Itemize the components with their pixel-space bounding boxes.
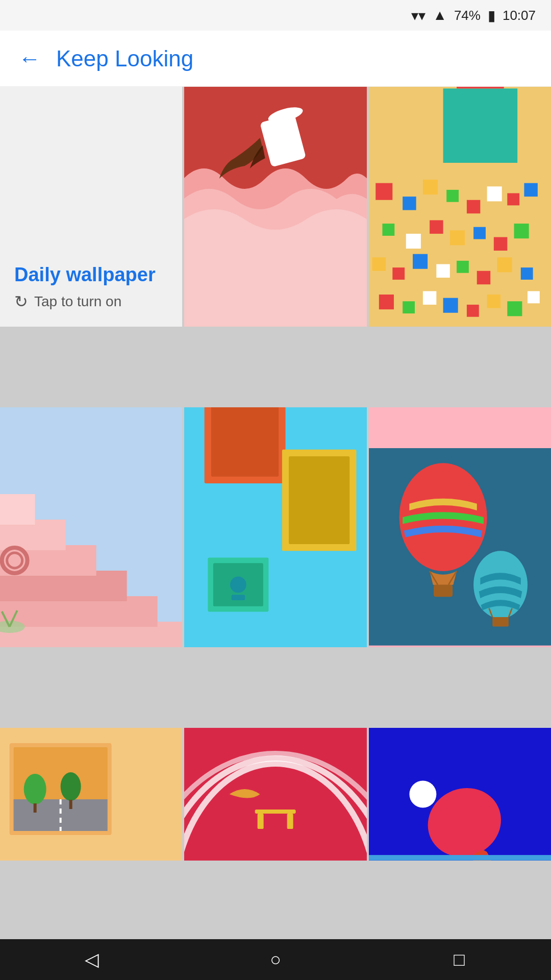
- svg-rect-28: [497, 257, 512, 272]
- svg-point-73: [473, 551, 528, 618]
- staircase-svg: [0, 407, 182, 647]
- ping-pong-svg: [369, 728, 551, 861]
- signal-icon: ▲: [433, 7, 447, 23]
- svg-rect-20: [494, 237, 507, 251]
- svg-rect-26: [457, 261, 469, 273]
- svg-rect-13: [507, 193, 519, 206]
- balloons-top-strip: [369, 407, 551, 448]
- svg-rect-27: [477, 271, 490, 284]
- svg-rect-65: [232, 595, 245, 600]
- daily-wallpaper-subtitle: ↻ Tap to turn on: [14, 292, 168, 311]
- svg-rect-5: [457, 87, 504, 88]
- svg-rect-23: [392, 267, 405, 280]
- svg-rect-34: [467, 305, 479, 317]
- svg-rect-24: [413, 254, 428, 269]
- recents-nav-button[interactable]: □: [439, 939, 480, 980]
- color-blocks-svg: [369, 87, 551, 327]
- daily-wallpaper-title: Daily wallpaper: [14, 264, 168, 286]
- svg-rect-51: [0, 494, 35, 525]
- svg-rect-92: [287, 814, 293, 829]
- battery-percent: 74%: [454, 8, 481, 23]
- svg-point-64: [230, 577, 246, 593]
- battery-icon: ▮: [488, 7, 495, 24]
- svg-rect-90: [255, 810, 296, 814]
- spilled-coffee-wallpaper[interactable]: [184, 87, 366, 327]
- svg-rect-16: [406, 234, 420, 249]
- svg-rect-21: [514, 224, 529, 238]
- frames-svg: [184, 407, 366, 647]
- svg-rect-22: [372, 257, 385, 271]
- svg-rect-4: [443, 88, 517, 163]
- svg-rect-17: [430, 220, 443, 233]
- svg-rect-97: [369, 855, 551, 861]
- spilled-coffee-svg: [184, 87, 366, 327]
- svg-rect-8: [403, 197, 416, 210]
- svg-point-96: [409, 781, 436, 808]
- svg-point-84: [61, 772, 81, 801]
- svg-rect-33: [443, 298, 458, 313]
- wallpaper-grid: Daily wallpaper ↻ Tap to turn on: [0, 87, 551, 939]
- svg-rect-35: [487, 295, 500, 308]
- svg-rect-12: [487, 186, 502, 201]
- svg-point-82: [24, 774, 46, 804]
- svg-rect-14: [524, 183, 537, 197]
- clock: 10:07: [503, 8, 536, 23]
- page-title: Keep Looking: [56, 46, 193, 71]
- wifi-icon: ▾▾: [411, 7, 425, 24]
- svg-rect-59: [211, 407, 279, 477]
- svg-rect-30: [379, 295, 394, 309]
- balloons-wallpaper[interactable]: [369, 407, 551, 647]
- svg-rect-18: [449, 230, 464, 245]
- svg-rect-85: [69, 800, 72, 809]
- svg-rect-70: [434, 584, 453, 597]
- svg-rect-10: [446, 190, 459, 202]
- svg-rect-19: [473, 227, 486, 239]
- daily-wallpaper-cell[interactable]: Daily wallpaper ↻ Tap to turn on: [0, 87, 182, 327]
- back-button[interactable]: ←: [18, 47, 41, 70]
- svg-rect-74: [492, 617, 509, 627]
- svg-rect-83: [34, 803, 37, 813]
- status-icons: ▾▾ ▲ 74% ▮ 10:07: [411, 7, 536, 24]
- ping-pong-wallpaper[interactable]: [369, 728, 551, 861]
- color-blocks-wallpaper[interactable]: [369, 87, 551, 327]
- refresh-icon: ↻: [14, 292, 28, 311]
- status-bar: ▾▾ ▲ 74% ▮ 10:07: [0, 0, 551, 31]
- nav-bar: ◁ ○ □: [0, 939, 551, 980]
- staircase-wallpaper[interactable]: [0, 407, 182, 647]
- svg-rect-68: [369, 646, 551, 647]
- umbrella-wallpaper[interactable]: [0, 728, 182, 861]
- svg-rect-61: [289, 456, 349, 544]
- track-svg: [184, 728, 366, 861]
- svg-rect-7: [375, 183, 392, 200]
- home-nav-button[interactable]: ○: [255, 939, 296, 980]
- daily-wallpaper-tap-label: Tap to turn on: [34, 293, 121, 310]
- svg-rect-25: [436, 264, 449, 277]
- back-nav-button[interactable]: ◁: [71, 939, 112, 980]
- svg-rect-31: [403, 301, 415, 313]
- umbrella-svg: [0, 728, 182, 861]
- svg-rect-9: [423, 180, 438, 194]
- svg-rect-29: [520, 267, 533, 280]
- track-wallpaper[interactable]: [184, 728, 366, 861]
- svg-rect-37: [528, 291, 540, 303]
- frames-wallpaper[interactable]: [184, 407, 366, 647]
- header: ← Keep Looking: [0, 31, 551, 87]
- svg-rect-15: [382, 224, 394, 236]
- svg-rect-11: [467, 200, 480, 213]
- svg-rect-32: [423, 291, 436, 304]
- svg-rect-36: [507, 301, 522, 316]
- svg-rect-91: [258, 814, 264, 829]
